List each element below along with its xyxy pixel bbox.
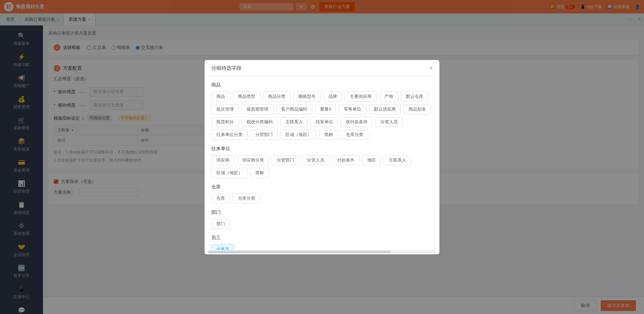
tag-main-supplier[interactable]: 主要供应商 [345,91,377,102]
modal-title: 分组待选字段 [211,65,241,71]
section-department-title: 部门 [211,209,433,215]
tag-product[interactable]: 商品 [211,91,230,102]
hscroll-track [208,251,436,253]
tag-customer-code[interactable]: 客户商品编码 [276,104,312,114]
tag-supplier-cat[interactable]: 供应商分类 [237,155,269,165]
section-partner-tags: 供应商 供应商分类 分管部门 分管人员 付款条件 地区 主联系人 区域（地区） … [211,155,433,178]
tag-weight3[interactable]: 重量3 [315,104,336,114]
tag-payment-terms[interactable]: 收付款条件 [341,117,373,127]
tag-salesperson[interactable]: 业务员 [211,244,234,250]
tag-supervisor[interactable]: 分管人员 [375,117,403,127]
tag-supplier[interactable]: 供应商 [211,155,234,165]
tag-mgmt-person[interactable]: 分管人员 [302,155,329,165]
tag-warehouse[interactable]: 仓库 [211,193,230,203]
tag-pay-condition[interactable]: 付款条件 [332,155,360,165]
tag-main-contact2[interactable]: 主联系人 [384,155,411,165]
tag-spec-model[interactable]: 规格型号 [293,91,321,102]
section-partner-title: 往来单位 [211,146,433,152]
tag-dept[interactable]: 分管部门 [250,130,278,140]
tag-origin[interactable]: 产地 [379,91,398,102]
section-product: 商品 商品 商品类型 商品分类 规格型号 品牌 主要供应商 产地 默认仓库 批次… [211,82,433,140]
tag-mgmt-dept[interactable]: 分管部门 [272,155,299,165]
section-department: 部门 部门 [211,209,433,229]
section-employee-tags: 业务员 [211,244,433,250]
modal-body: 商品 商品 商品类型 商品分类 规格型号 品牌 主要供应商 产地 默认仓库 批次… [205,77,439,250]
tag-partner-category[interactable]: 往来单位分类 [211,130,248,140]
tag-product-type[interactable]: 商品类型 [233,91,260,102]
section-product-tags: 商品 商品类型 商品分类 规格型号 品牌 主要供应商 产地 默认仓库 批次管理 … [211,91,433,140]
tag-product-category[interactable]: 商品分类 [263,91,290,102]
tag-tax-code[interactable]: 税收分类编码 [241,117,278,127]
tag-default-supplier[interactable]: 默认供应商 [369,104,401,114]
tag-batch-mgmt[interactable]: 批次管理 [211,104,239,114]
modal-hscroll [205,250,439,254]
section-warehouse-title: 仓库 [211,184,433,190]
modal-header: 分组待选字段 × [205,60,439,77]
section-department-tags: 部门 [211,219,433,229]
tag-product-alias[interactable]: 商品别名 [404,104,431,114]
tag-warehouse-cat[interactable]: 仓库分类 [341,130,368,140]
section-employee-title: 员工 [211,235,433,241]
modal: 分组待选字段 × 商品 商品 商品类型 商品分类 规格型号 品牌 主要供应商 产… [205,60,439,254]
section-warehouse-tags: 仓库 仓库分类 [211,193,433,203]
hscroll-thumb[interactable] [208,251,390,253]
section-product-title: 商品 [211,82,433,88]
tag-region[interactable]: 区域（地区） [280,130,317,140]
tag-settle-unit[interactable]: 结算单位 [311,117,338,127]
section-partner: 往来单位 供应商 供应商分类 分管部门 分管人员 付款条件 地区 主联系人 区域… [211,146,433,178]
tag-short-name2[interactable]: 简称 [250,168,269,178]
tag-brand[interactable]: 品牌 [323,91,342,102]
tag-expiry-mgmt[interactable]: 保质期管理 [241,104,273,114]
tag-area[interactable]: 地区 [362,155,381,165]
modal-close-button[interactable]: × [429,65,433,72]
tag-warehouse-cat2[interactable]: 仓库分类 [233,193,260,203]
tag-pick-score[interactable]: 拣货积分 [211,117,239,127]
tag-region2[interactable]: 区域（地区） [211,168,248,178]
tag-short-name[interactable]: 简称 [319,130,338,140]
tag-department[interactable]: 部门 [211,219,230,229]
section-warehouse: 仓库 仓库 仓库分类 [211,184,433,203]
tag-default-warehouse[interactable]: 默认仓库 [401,91,428,102]
modal-overlay: 分组待选字段 × 商品 商品 商品类型 商品分类 规格型号 品牌 主要供应商 产… [0,0,644,314]
section-employee: 员工 业务员 [211,235,433,250]
tag-main-contact[interactable]: 主联系人 [280,117,308,127]
tag-retail-unit[interactable]: 零售单位 [339,104,366,114]
